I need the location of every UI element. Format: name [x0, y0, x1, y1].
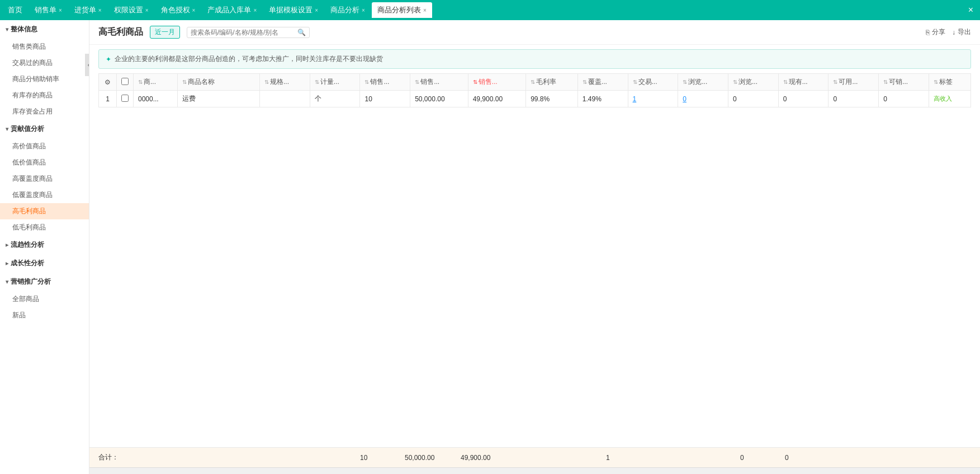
row-tag: 高收入	[929, 91, 970, 107]
window-close-button[interactable]: ×	[964, 5, 978, 15]
col-gross-margin[interactable]: ⇅毛利率	[526, 74, 578, 91]
export-button[interactable]: ↓ 导出	[952, 27, 971, 37]
sidebar-group-overall[interactable]: ▾ 整体信息	[0, 20, 89, 39]
sidebar-item-sales-goods[interactable]: 销售类商品	[0, 39, 89, 55]
tab-finished-goods[interactable]: 产成品入库单 ×	[202, 2, 262, 18]
close-icon[interactable]: ×	[315, 7, 318, 13]
row-select-checkbox[interactable]	[121, 95, 129, 102]
sidebar-item-high-value[interactable]: 高价值商品	[0, 138, 89, 154]
footer-transactions: 1	[602, 454, 646, 462]
sidebar-group-contribution[interactable]: ▾ 贡献值分析	[0, 120, 89, 138]
sidebar-collapse-button[interactable]: «	[85, 54, 89, 76]
tab-sales-order[interactable]: 销售单 ×	[29, 2, 68, 18]
row-gross-margin: 99.8%	[526, 91, 578, 107]
select-all-checkbox[interactable]	[121, 78, 129, 85]
col-checkbox[interactable]	[117, 74, 134, 91]
footer-current-stock: 0	[736, 454, 780, 462]
main-layout: ▾ 整体信息 销售类商品 交易过的商品 商品分销助销率 有库存的商品 库存资金占…	[0, 20, 980, 474]
row-sellable: 0	[879, 91, 929, 107]
col-sellable[interactable]: ⇅可销...	[879, 74, 929, 91]
arrow-down-icon: ▾	[6, 279, 8, 285]
col-spec[interactable]: ⇅规格...	[260, 74, 310, 91]
row-transactions: 1	[628, 91, 678, 107]
col-unit[interactable]: ⇅计量...	[310, 74, 360, 91]
col-coverage[interactable]: ⇅覆盖...	[577, 74, 628, 91]
col-name[interactable]: ⇅商品名称	[177, 74, 259, 91]
row-views1: 0	[678, 91, 728, 107]
tab-product-analysis-list[interactable]: 商品分析列表 ×	[372, 2, 432, 18]
row-spec	[260, 91, 310, 107]
col-transactions[interactable]: ⇅交易...	[628, 74, 678, 91]
tab-home[interactable]: 首页	[2, 2, 28, 18]
col-tag[interactable]: ⇅标签	[929, 74, 970, 91]
close-icon[interactable]: ×	[423, 7, 427, 13]
tab-product-analysis[interactable]: 商品分析 ×	[325, 2, 371, 18]
sidebar-item-high-margin[interactable]: 高毛利商品	[0, 203, 89, 219]
notice-bar: ✦ 企业的主要的利润都是这部分商品创造的，可考虑加大推广，同时关注库存是不要出现…	[98, 49, 971, 69]
page-title: 高毛利商品	[98, 26, 143, 38]
close-icon[interactable]: ×	[98, 7, 102, 13]
close-icon[interactable]: ×	[59, 7, 62, 13]
transactions-link[interactable]: 1	[633, 95, 637, 103]
col-available[interactable]: ⇅可用...	[828, 74, 879, 91]
row-code: 0000...	[134, 91, 178, 107]
search-icon[interactable]: 🔍	[297, 29, 306, 36]
col-views1[interactable]: ⇅浏览...	[678, 74, 728, 91]
sidebar-item-low-value[interactable]: 低价值商品	[0, 154, 89, 171]
close-icon[interactable]: ×	[253, 7, 257, 13]
content-header: 高毛利商品 近一月 🔍 ⎘ 分享 ↓ 导出	[89, 20, 980, 45]
sidebar-group-marketing[interactable]: ▾ 营销推广分析	[0, 273, 89, 291]
header-actions: ⎘ 分享 ↓ 导出	[926, 27, 971, 37]
horizontal-scrollbar[interactable]	[89, 467, 980, 474]
sidebar-group-growth[interactable]: ▸ 成长性分析	[0, 254, 89, 273]
close-icon[interactable]: ×	[362, 7, 365, 13]
tab-template-settings[interactable]: 单据模板设置 ×	[263, 2, 324, 18]
sidebar-item-low-margin[interactable]: 低毛利商品	[0, 219, 89, 236]
sidebar-item-new-products[interactable]: 新品	[0, 307, 89, 323]
col-code[interactable]: ⇅商...	[134, 74, 178, 91]
sidebar-item-low-coverage[interactable]: 低覆盖度商品	[0, 187, 89, 203]
sidebar-group-trend[interactable]: ▸ 流趋性分析	[0, 236, 89, 254]
data-table: ⚙ ⇅商... ⇅商品名称 ⇅规格... ⇅计量... ⇅销售... ⇅销售..…	[98, 73, 971, 107]
col-sales-qty[interactable]: ⇅销售...	[360, 74, 410, 91]
row-name: 运费	[177, 91, 259, 107]
footer-available: 0	[780, 454, 825, 462]
arrow-down-icon: ▾	[6, 26, 8, 32]
sidebar-item-high-coverage[interactable]: 高覆盖度商品	[0, 171, 89, 187]
sidebar-item-traded-goods[interactable]: 交易过的商品	[0, 55, 89, 71]
col-settings[interactable]: ⚙	[99, 74, 117, 91]
tag-badge: 高收入	[934, 95, 952, 102]
tab-permission-settings[interactable]: 权限设置 ×	[108, 2, 154, 18]
footer-sales-profit: 49,900.00	[456, 454, 512, 462]
search-box: 🔍	[187, 27, 310, 38]
sidebar-item-distribution-rate[interactable]: 商品分销助销率	[0, 71, 89, 87]
search-input[interactable]	[191, 29, 295, 36]
tab-role-auth[interactable]: 角色授权 ×	[155, 2, 201, 18]
col-views2[interactable]: ⇅浏览...	[728, 74, 778, 91]
footer-sales-qty: 10	[356, 454, 400, 462]
col-sales-profit[interactable]: ⇅销售...	[468, 74, 526, 91]
sidebar-item-all-goods[interactable]: 全部商品	[0, 291, 89, 307]
row-sales-profit: 49,900.00	[468, 91, 526, 107]
footer-sales-amount: 50,000.00	[400, 454, 456, 462]
top-nav: 首页 销售单 × 进货单 × 权限设置 × 角色授权 × 产成品入库单 × 单据…	[0, 0, 980, 20]
content-area: 高毛利商品 近一月 🔍 ⎘ 分享 ↓ 导出 ✦ 企业的主要的利润都是这部分商品创…	[89, 20, 980, 474]
table-wrapper: ⚙ ⇅商... ⇅商品名称 ⇅规格... ⇅计量... ⇅销售... ⇅销售..…	[89, 73, 980, 447]
sidebar: ▾ 整体信息 销售类商品 交易过的商品 商品分销助销率 有库存的商品 库存资金占…	[0, 20, 89, 474]
tab-purchase-order[interactable]: 进货单 ×	[69, 2, 107, 18]
row-coverage: 1.49%	[577, 91, 628, 107]
close-icon[interactable]: ×	[192, 7, 196, 13]
views1-link[interactable]: 0	[683, 95, 687, 103]
col-current-stock[interactable]: ⇅现有...	[778, 74, 828, 91]
row-views2: 0	[728, 91, 778, 107]
row-unit: 个	[310, 91, 360, 107]
col-sales-amount[interactable]: ⇅销售...	[410, 74, 468, 91]
row-sales-qty: 10	[360, 91, 410, 107]
filter-recent-month-button[interactable]: 近一月	[150, 26, 180, 39]
arrow-down-icon: ▾	[6, 126, 8, 132]
row-checkbox[interactable]	[117, 91, 134, 107]
close-icon[interactable]: ×	[145, 7, 149, 13]
sidebar-item-stocked-goods[interactable]: 有库存的商品	[0, 87, 89, 104]
sidebar-item-inventory-capital[interactable]: 库存资金占用	[0, 104, 89, 120]
share-button[interactable]: ⎘ 分享	[926, 27, 945, 37]
